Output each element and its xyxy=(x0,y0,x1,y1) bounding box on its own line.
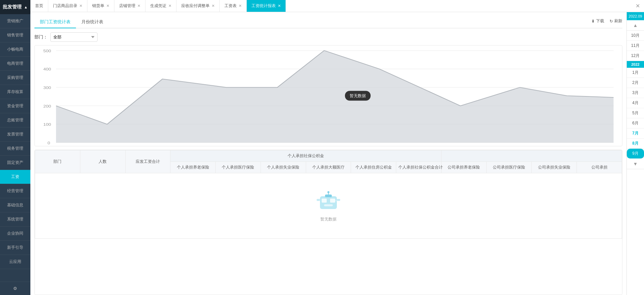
tab-label: 工资统计报表 xyxy=(251,3,276,9)
date-month-feb[interactable]: 2月 xyxy=(627,78,644,88)
sub-tab-label: 月份统计表 xyxy=(81,19,103,24)
department-label: 部门： xyxy=(34,34,48,40)
date-current[interactable]: 2022.09 xyxy=(627,12,644,20)
date-month-sep[interactable]: 9月 xyxy=(627,149,644,159)
sidebar-item-marketing[interactable]: 营销推广 xyxy=(0,14,30,28)
date-year-2022[interactable]: 2022 xyxy=(627,61,644,68)
date-month-jan[interactable]: 1月 xyxy=(627,68,644,78)
sidebar-item-ledger[interactable]: 总账管理 xyxy=(0,113,30,127)
tab-store-catalog[interactable]: 门店商品目录 ✕ xyxy=(48,0,87,12)
svg-text:300: 300 xyxy=(43,86,51,90)
toolbar: 部门： 全部 xyxy=(34,32,622,42)
col-company-partial: 公司承担 xyxy=(577,162,622,173)
sidebar: 批发管理 ▲ 营销推广 销售管理 小畅电商 电商管理 采购管理 库存核算 资金管… xyxy=(0,0,30,295)
tab-close-icon[interactable]: ✕ xyxy=(79,4,82,8)
tab-close-icon[interactable]: ✕ xyxy=(106,4,109,8)
sidebar-item-sales[interactable]: 销售管理 xyxy=(0,28,30,42)
empty-label: 暂无数据 xyxy=(320,216,337,222)
sidebar-item-payroll[interactable]: 工资 xyxy=(0,170,30,184)
department-select[interactable]: 全部 xyxy=(50,32,98,42)
date-month-apr[interactable]: 4月 xyxy=(627,98,644,108)
sidebar-item-ecommerce[interactable]: 电商管理 xyxy=(0,57,30,71)
sidebar-item-label: 固定资产 xyxy=(7,160,23,165)
tab-home[interactable]: 首页 xyxy=(30,0,48,12)
date-month-jul[interactable]: 7月 xyxy=(627,128,644,139)
col-group-company xyxy=(441,150,622,162)
tab-label: 首页 xyxy=(35,3,43,9)
svg-point-19 xyxy=(327,191,329,193)
toolbar-left: 部门： 全部 xyxy=(34,32,98,42)
sub-tab-department[interactable]: 部门工资统计表 xyxy=(34,16,76,28)
date-nav-down-btn[interactable]: ▼ xyxy=(632,160,639,168)
tab-payroll[interactable]: 工资表 ✕ xyxy=(220,0,247,12)
tab-close-all-btn[interactable]: ✕ xyxy=(632,3,644,9)
sidebar-toggle-icon[interactable]: ▲ xyxy=(24,5,28,9)
sidebar-item-label: 销售管理 xyxy=(7,33,23,37)
tab-sales-order[interactable]: 销货单 ✕ xyxy=(87,0,114,12)
sidebar-item-finance[interactable]: 资金管理 xyxy=(0,99,30,113)
sidebar-item-label: 资金管理 xyxy=(7,104,23,108)
tab-voucher[interactable]: 生成凭证 ✕ xyxy=(145,0,177,12)
sidebar-item-assets[interactable]: 固定资产 xyxy=(0,156,30,170)
date-month-dec[interactable]: 12月 xyxy=(627,51,644,61)
tab-close-icon[interactable]: ✕ xyxy=(278,4,281,8)
sidebar-header[interactable]: 批发管理 ▲ xyxy=(0,0,30,14)
svg-rect-21 xyxy=(337,199,340,201)
sub-tab-monthly[interactable]: 月份统计表 xyxy=(76,16,109,28)
date-month-aug[interactable]: 8月 xyxy=(627,139,644,149)
inner-content: 部门工资统计表 月份统计表 ⬇ 下载 ↻ 刷新 xyxy=(30,12,626,295)
sidebar-item-guide[interactable]: 新手引导 xyxy=(0,241,30,255)
col-header-count: 人数 xyxy=(80,150,125,173)
sidebar-item-label: 工资 xyxy=(11,174,19,179)
svg-rect-20 xyxy=(317,199,320,201)
sidebar-item-cloud[interactable]: 云应用 xyxy=(0,255,30,269)
sidebar-item-ecommerce-small[interactable]: 小畅电商 xyxy=(0,42,30,57)
no-data-tooltip: 暂无数据 xyxy=(345,91,371,101)
sidebar-settings-btn[interactable]: ⚙ xyxy=(0,282,30,295)
svg-text:400: 400 xyxy=(43,67,51,71)
download-btn[interactable]: ⬇ 下载 xyxy=(591,18,604,24)
sidebar-item-invoice[interactable]: 发票管理 xyxy=(0,127,30,142)
sidebar-item-label: 发票管理 xyxy=(7,132,23,137)
tab-label: 工资表 xyxy=(224,3,237,9)
chart-area: 0 100 200 300 400 500 xyxy=(34,45,622,146)
col-personal-unemployment: 个人承担失业保险 xyxy=(261,162,306,173)
sidebar-item-inventory[interactable]: 库存核算 xyxy=(0,85,30,99)
tab-adjustment[interactable]: 应收应付调整单 ✕ xyxy=(177,0,220,12)
date-nav-up-btn[interactable]: ▲ xyxy=(632,22,639,29)
svg-text:100: 100 xyxy=(43,123,51,127)
sidebar-item-operations[interactable]: 经营管理 xyxy=(0,184,30,198)
date-month-oct[interactable]: 10月 xyxy=(627,31,644,41)
sidebar-item-purchase[interactable]: 采购管理 xyxy=(0,71,30,85)
date-month-mar[interactable]: 3月 xyxy=(627,88,644,98)
main-area: 首页 门店商品目录 ✕ 销货单 ✕ 店铺管理 ✕ 生成凭证 ✕ 应收应付调整单 … xyxy=(30,0,644,295)
page-content: 部门工资统计表 月份统计表 ⬇ 下载 ↻ 刷新 xyxy=(30,12,644,295)
svg-text:200: 200 xyxy=(43,104,51,108)
tab-store-mgmt[interactable]: 店铺管理 ✕ xyxy=(114,0,145,12)
date-month-may[interactable]: 5月 xyxy=(627,108,644,118)
col-personal-housing: 个人承担住房公积金 xyxy=(351,162,396,173)
tab-bar: 首页 门店商品目录 ✕ 销货单 ✕ 店铺管理 ✕ 生成凭证 ✕ 应收应付调整单 … xyxy=(30,0,644,12)
sidebar-title: 批发管理 xyxy=(3,4,22,10)
tab-label: 门店商品目录 xyxy=(53,3,77,9)
tab-close-icon[interactable]: ✕ xyxy=(168,4,171,8)
table-wrapper[interactable]: 部门 人数 应发工资合计 个人承担社保公积金 个人承担养老保险 个人承担医疗保险… xyxy=(34,150,622,295)
tab-label: 销货单 xyxy=(92,3,104,9)
sidebar-item-cooperation[interactable]: 企业协同 xyxy=(0,227,30,241)
sidebar-item-tax[interactable]: 税务管理 xyxy=(0,142,30,156)
refresh-btn[interactable]: ↻ 刷新 xyxy=(610,18,622,24)
tab-close-icon[interactable]: ✕ xyxy=(239,4,242,8)
tab-close-icon[interactable]: ✕ xyxy=(212,4,215,8)
sidebar-item-system[interactable]: 系统管理 xyxy=(0,212,30,227)
sidebar-item-label: 新手引导 xyxy=(7,245,23,250)
col-company-unemployment: 公司承担失业保险 xyxy=(532,162,577,173)
date-panel: 2022.09 ▲ 10月 11月 12月 2022 1月 2月 3月 4月 5… xyxy=(626,12,644,295)
date-month-nov[interactable]: 11月 xyxy=(627,41,644,51)
col-header-total: 应发工资合计 xyxy=(125,150,170,173)
tab-payroll-report[interactable]: 工资统计报表 ✕ xyxy=(247,0,286,12)
tab-close-icon[interactable]: ✕ xyxy=(137,4,140,8)
col-personal-medical: 个人承担医疗保险 xyxy=(216,162,261,173)
sidebar-item-basic[interactable]: 基础信息 xyxy=(0,198,30,212)
sidebar-item-label: 企业协同 xyxy=(7,231,23,236)
date-month-jun[interactable]: 6月 xyxy=(627,118,644,128)
